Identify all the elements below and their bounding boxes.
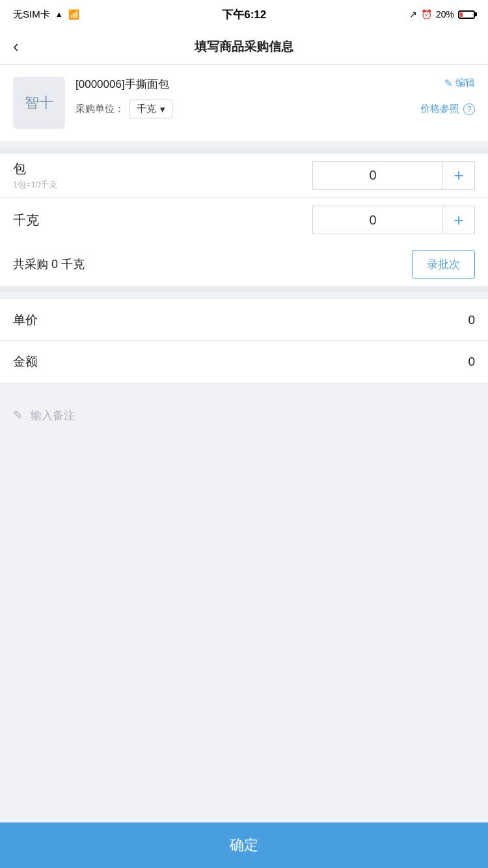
price-section: 单价 0 金额 0	[0, 299, 488, 383]
summary-text: 共采购 0 千克	[13, 256, 85, 272]
qianke-quantity-input[interactable]	[312, 206, 442, 234]
product-thumbnail: 智十	[13, 77, 65, 129]
amount-row: 金额 0	[0, 341, 488, 383]
summary-section: 共采购 0 千克 录批次	[0, 242, 488, 286]
bao-sub-label: 1包=10千克	[13, 179, 91, 191]
qianke-label-group: 千克	[13, 211, 91, 229]
edit-icon: ✎	[444, 77, 453, 89]
note-section[interactable]: ✎ 输入备注	[0, 389, 488, 441]
note-placeholder: 输入备注	[31, 408, 75, 423]
back-button[interactable]: ‹	[13, 36, 19, 57]
qianke-input-row: 千克 +	[0, 198, 488, 242]
product-unit-row: 采购单位： 千克 ▾ 价格参照 ?	[75, 100, 475, 118]
product-logo: 智十	[25, 94, 53, 111]
confirm-button-label: 确定	[230, 835, 258, 855]
carrier-text: 无SIM卡	[13, 8, 50, 21]
record-batch-button[interactable]: 录批次	[412, 250, 475, 279]
qianke-label: 千克	[13, 211, 91, 229]
price-reference-button[interactable]: 价格参照 ?	[420, 103, 475, 115]
unit-price-label: 单价	[13, 312, 38, 329]
dropdown-icon: ▾	[160, 103, 165, 115]
amount-value: 0	[468, 355, 475, 369]
unit-price-row: 单价 0	[0, 299, 488, 341]
alarm-icon: ⏰	[421, 9, 432, 20]
battery-percent: 20%	[436, 9, 454, 20]
product-info: [0000006]手撕面包 ✎ 编辑 采购单位： 千克 ▾ 价格参照 ?	[75, 77, 475, 118]
qianke-plus-button[interactable]: +	[442, 206, 475, 234]
bao-plus-button[interactable]: +	[442, 161, 475, 190]
product-name-row: [0000006]手撕面包 ✎ 编辑	[75, 77, 475, 92]
confirm-button[interactable]: 确定	[0, 822, 488, 868]
unit-price-value: 0	[468, 313, 475, 327]
status-left: 无SIM卡 ▲ 📶	[13, 8, 79, 21]
amount-label: 金额	[13, 353, 38, 370]
status-bar: 无SIM卡 ▲ 📶 下午6:12 ↗ ⏰ 20%	[0, 0, 488, 29]
bao-label-group: 包 1包=10千克	[13, 160, 91, 191]
wifi-icon: 📶	[68, 9, 79, 20]
status-time: 下午6:12	[222, 7, 266, 22]
signal-icon: ▲	[55, 10, 63, 19]
bao-label: 包	[13, 160, 91, 178]
product-name: [0000006]手撕面包	[75, 77, 169, 92]
bao-input-row: 包 1包=10千克 +	[0, 154, 488, 198]
location-icon: ↗	[409, 9, 417, 20]
unit-value: 千克	[137, 103, 156, 115]
unit-label: 采购单位：	[75, 103, 124, 115]
bao-input-control: +	[91, 161, 475, 190]
page-title: 填写商品采购信息	[195, 38, 293, 55]
empty-space	[0, 441, 488, 610]
product-card: 智十 [0000006]手撕面包 ✎ 编辑 采购单位： 千克 ▾	[0, 65, 488, 141]
unit-selector-group: 采购单位： 千克 ▾	[75, 100, 172, 118]
price-ref-icon: ?	[463, 103, 475, 115]
status-right: ↗ ⏰ 20%	[409, 9, 475, 20]
bao-quantity-input[interactable]	[312, 161, 442, 190]
unit-dropdown[interactable]: 千克 ▾	[129, 100, 172, 118]
edit-label: 编辑	[455, 77, 475, 89]
section-divider-1	[0, 147, 488, 154]
qianke-input-control: +	[91, 206, 475, 234]
note-icon: ✎	[13, 408, 23, 422]
section-divider-2	[0, 286, 488, 293]
input-section: 包 1包=10千克 + 千克 +	[0, 154, 488, 242]
battery-icon	[458, 10, 475, 19]
price-ref-label: 价格参照	[420, 103, 459, 115]
nav-bar: ‹ 填写商品采购信息	[0, 29, 488, 65]
edit-button[interactable]: ✎ 编辑	[444, 77, 475, 89]
